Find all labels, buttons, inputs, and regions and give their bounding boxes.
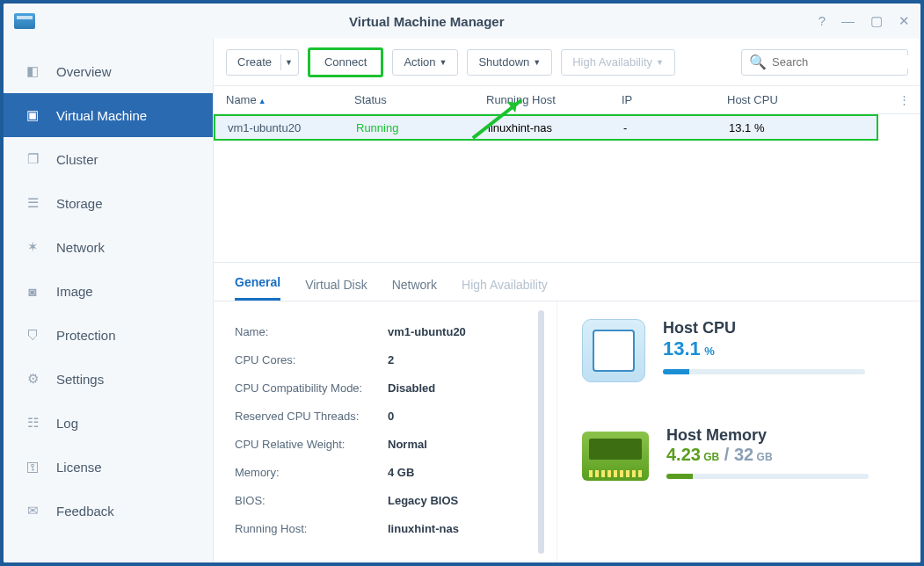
sort-asc-icon: ▲ (258, 97, 266, 105)
gauge-host-memory: Host Memory 4.23 GB / 32 GB (582, 426, 896, 481)
search-box[interactable]: 🔍 (741, 49, 908, 76)
gauge-value: 13.1 (663, 337, 701, 359)
window-title: Virtual Machine Manager (35, 14, 819, 29)
sidebar-item-log[interactable]: ☷Log (4, 401, 213, 445)
sidebar-item-settings[interactable]: ⚙Settings (4, 357, 213, 401)
prop-row: CPU Relative Weight:Normal (235, 430, 535, 458)
table-row[interactable]: vm1-ubuntu20 Running linuxhint-nas - 13.… (214, 114, 878, 141)
prop-row: CPU Compatibility Mode:Disabled (235, 374, 535, 402)
log-icon: ☷ (23, 413, 42, 432)
cluster-icon: ❐ (23, 149, 42, 169)
sidebar-item-feedback[interactable]: ✉Feedback (4, 489, 213, 533)
sidebar-item-label: Log (56, 416, 78, 431)
overview-icon: ◧ (23, 62, 42, 81)
tab-virtual-disk[interactable]: Virtual Disk (305, 278, 367, 301)
prop-row: Name:vm1-ubuntu20 (235, 317, 535, 345)
chevron-down-icon: ▼ (533, 58, 541, 67)
properties-list: Name:vm1-ubuntu20 CPU Cores:2 CPU Compat… (214, 301, 557, 562)
mail-icon: ✉ (23, 501, 42, 520)
sidebar-item-image[interactable]: ◙Image (4, 269, 213, 313)
sidebar-item-label: License (56, 460, 102, 475)
detail-panel: General Virtual Disk Network High Availa… (214, 262, 920, 562)
sidebar-item-overview[interactable]: ◧Overview (4, 49, 213, 93)
vm-icon: ▣ (23, 105, 42, 125)
action-button[interactable]: Action ▼ (392, 49, 458, 76)
sidebar-item-label: Cluster (56, 152, 98, 167)
prop-row: Reserved CPU Threads:0 (235, 402, 535, 430)
sidebar-item-label: Network (56, 240, 105, 255)
col-cpu[interactable]: Host CPU (727, 93, 850, 106)
chevron-down-icon: ▼ (285, 58, 293, 67)
memory-icon (582, 432, 649, 481)
network-icon: ✶ (23, 237, 42, 257)
prop-row: Memory:4 GB (235, 458, 535, 486)
cell-name: vm1-ubuntu20 (228, 121, 356, 134)
sidebar-item-label: Feedback (56, 504, 114, 519)
shutdown-button[interactable]: Shutdown ▼ (467, 49, 552, 76)
high-availability-button[interactable]: High Availability ▼ (561, 49, 675, 76)
sidebar-item-label: Overview (56, 64, 112, 79)
sidebar-item-cluster[interactable]: ❐Cluster (4, 137, 213, 181)
cell-ip: - (623, 121, 729, 134)
protection-icon: ⛉ (23, 325, 42, 345)
table-header: Name▲ Status Running Host IP Host CPU ⋮ (214, 86, 920, 114)
gauge-title: Host Memory (666, 426, 869, 445)
tab-high-availability[interactable]: High Availability (462, 278, 548, 301)
sidebar: ◧Overview ▣Virtual Machine ❐Cluster ☰Sto… (4, 39, 213, 562)
tab-network[interactable]: Network (392, 278, 437, 301)
col-host[interactable]: Running Host (486, 93, 622, 106)
gauge-title: Host CPU (663, 319, 865, 337)
app-icon (14, 13, 35, 29)
detail-tabs: General Virtual Disk Network High Availa… (214, 263, 920, 301)
sidebar-item-license[interactable]: ⚿License (4, 445, 213, 489)
sidebar-item-label: Storage (56, 196, 103, 211)
cell-cpu: 13.1 % (729, 121, 852, 134)
sidebar-item-label: Protection (56, 328, 116, 343)
col-name[interactable]: Name▲ (226, 93, 354, 106)
sidebar-item-storage[interactable]: ☰Storage (4, 181, 213, 225)
prop-row: BIOS:Legacy BIOS (235, 486, 535, 514)
sidebar-item-label: Virtual Machine (56, 108, 147, 123)
key-icon: ⚿ (23, 457, 42, 476)
maximize-icon[interactable]: ▢ (870, 13, 883, 29)
image-icon: ◙ (23, 281, 42, 301)
cpu-bar (663, 369, 865, 374)
gauge-host-cpu: Host CPU 13.1 % (582, 319, 896, 382)
search-icon: 🔍 (749, 54, 767, 70)
chevron-down-icon: ▼ (656, 58, 664, 67)
search-input[interactable] (772, 55, 920, 69)
tab-general[interactable]: General (235, 275, 280, 301)
sidebar-item-network[interactable]: ✶Network (4, 225, 213, 269)
toolbar: Create▼ Connect Action ▼ Shutdown ▼ High… (214, 39, 920, 86)
col-ip[interactable]: IP (622, 93, 727, 106)
col-status[interactable]: Status (354, 93, 486, 106)
mem-used: 4.23 (666, 445, 701, 464)
sidebar-item-protection[interactable]: ⛉Protection (4, 313, 213, 357)
gauges: Host CPU 13.1 % Host Memory 4.23 GB (557, 301, 920, 562)
prop-row: CPU Cores:2 (235, 345, 535, 374)
cpu-icon (582, 319, 645, 382)
chevron-down-icon: ▼ (440, 58, 447, 67)
sidebar-item-label: Image (56, 284, 93, 299)
mem-total: 32 (734, 445, 753, 464)
storage-icon: ☰ (23, 193, 42, 213)
mem-bar (666, 474, 869, 479)
sidebar-item-label: Settings (56, 372, 104, 387)
cell-host: linuxhint-nas (488, 121, 623, 134)
cell-status: Running (356, 121, 488, 134)
gear-icon: ⚙ (23, 369, 42, 388)
close-icon[interactable]: ✕ (899, 13, 910, 29)
column-menu-icon[interactable]: ⋮ (850, 93, 920, 106)
minimize-icon[interactable]: — (841, 13, 855, 29)
main-panel: Create▼ Connect Action ▼ Shutdown ▼ High… (213, 39, 920, 562)
prop-row: Running Host:linuxhint-nas (235, 514, 535, 542)
connect-button[interactable]: Connect (308, 47, 383, 77)
sidebar-item-virtual-machine[interactable]: ▣Virtual Machine (4, 93, 213, 137)
create-button[interactable]: Create▼ (226, 49, 299, 76)
titlebar: Virtual Machine Manager ? — ▢ ✕ (4, 4, 920, 39)
app-window: Virtual Machine Manager ? — ▢ ✕ ◧Overvie… (4, 4, 920, 562)
help-icon[interactable]: ? (819, 13, 826, 29)
vm-table: Name▲ Status Running Host IP Host CPU ⋮ … (214, 86, 920, 262)
